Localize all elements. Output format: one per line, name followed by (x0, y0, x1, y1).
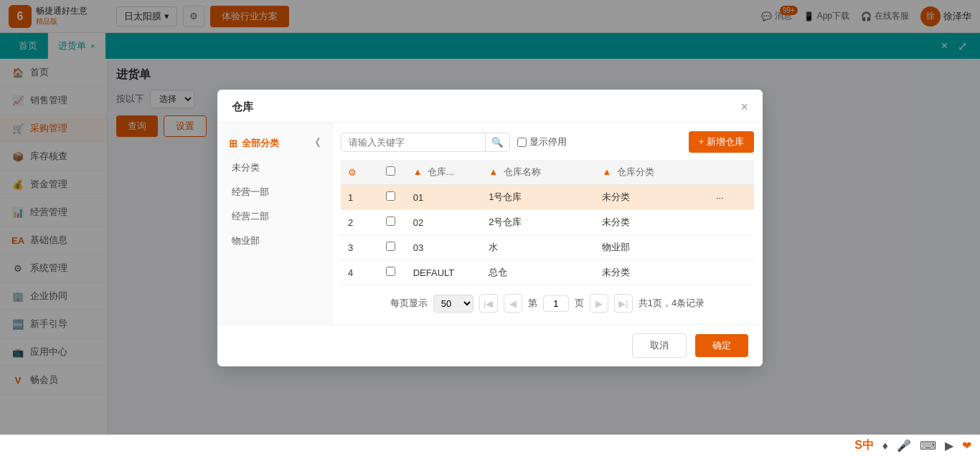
row-code: 01 (406, 185, 481, 210)
table-row[interactable]: 4 DEFAULT 总仓 未分类 (341, 260, 754, 285)
table-row[interactable]: 2 02 2号仓库 未分类 (341, 210, 754, 235)
th-code[interactable]: ▲ 仓库... (406, 160, 481, 185)
cat-item-2[interactable]: 经营二部 (217, 204, 331, 229)
modal-header: 仓库 × (217, 90, 763, 123)
row-num: 3 (341, 235, 379, 260)
show-disabled-checkbox[interactable] (517, 138, 527, 147)
confirm-btn[interactable]: 确定 (695, 334, 748, 357)
row-check[interactable] (379, 260, 406, 285)
row-check[interactable] (379, 235, 406, 260)
th-action (709, 160, 754, 185)
search-wrap: 🔍 (341, 133, 510, 152)
th-settings[interactable]: ⚙ (341, 160, 379, 185)
list-panel: 🔍 显示停用 + 新增仓库 ⚙ ▲ (332, 123, 763, 324)
row-num: 1 (341, 185, 379, 210)
search-input[interactable] (341, 133, 485, 151)
per-page-select[interactable]: 50 100 (433, 295, 473, 313)
cat-item-1[interactable]: 经营一部 (217, 180, 331, 204)
all-categories-btn[interactable]: ⊞ 全部分类 《 (217, 131, 331, 156)
modal-footer: 取消 确定 (217, 324, 763, 366)
row-check[interactable] (379, 210, 406, 235)
bottom-icon-heart[interactable]: ❤ (962, 439, 971, 452)
cat-item-0[interactable]: 未分类 (217, 156, 331, 180)
row-check[interactable] (379, 185, 406, 210)
show-disabled-label: 显示停用 (517, 136, 567, 148)
prev-page-btn[interactable]: ◀ (504, 294, 522, 313)
row-code: 03 (406, 235, 481, 260)
row-name: 1号仓库 (481, 185, 595, 210)
cancel-btn[interactable]: 取消 (632, 333, 687, 358)
select-all-checkbox[interactable] (386, 166, 395, 176)
row-num: 2 (341, 210, 379, 235)
modal-body: ⊞ 全部分类 《 未分类 经营一部 经营二部 物业部 (217, 123, 763, 324)
row-name: 2号仓库 (481, 210, 595, 235)
search-btn[interactable]: 🔍 (485, 133, 509, 151)
cat-item-3[interactable]: 物业部 (217, 229, 331, 253)
next-page-btn[interactable]: ▶ (590, 294, 608, 313)
bottom-icon-play[interactable]: ▶ (945, 439, 953, 452)
row-action[interactable]: ··· (709, 185, 754, 210)
bottom-icon-mic[interactable]: 🎤 (897, 439, 911, 452)
collapse-panel-btn[interactable]: 《 (310, 137, 320, 150)
warehouse-modal: 仓库 × ⊞ 全部分类 《 未分类 经营一部 经营二部 (217, 90, 763, 366)
th-checkbox[interactable] (379, 160, 406, 185)
last-page-btn[interactable]: ▶| (614, 294, 633, 313)
add-warehouse-btn[interactable]: + 新增仓库 (689, 131, 754, 153)
row-code: DEFAULT (406, 260, 481, 285)
first-page-btn[interactable]: |◀ (479, 294, 498, 313)
category-grid-icon: ⊞ (229, 138, 237, 149)
row-action[interactable] (709, 210, 754, 235)
row-category: 物业部 (595, 235, 708, 260)
bottom-icon-s[interactable]: S中 (854, 438, 874, 453)
table-row[interactable]: 3 03 水 物业部 (341, 235, 754, 260)
row-name: 水 (481, 235, 595, 260)
bottom-icon-diamond[interactable]: ♦ (882, 440, 888, 452)
pagination: 每页显示 50 100 |◀ ◀ 第 页 ▶ ▶| 共1页，4条记录 (341, 285, 754, 315)
bottom-bar: S中 ♦ 🎤 ⌨ ▶ ❤ (0, 434, 980, 456)
row-category: 未分类 (595, 210, 708, 235)
page-input[interactable] (543, 295, 569, 312)
row-category: 未分类 (595, 185, 708, 210)
list-toolbar: 🔍 显示停用 + 新增仓库 (341, 131, 754, 153)
warehouse-table: ⚙ ▲ 仓库... ▲ 仓库名称 ▲ (341, 160, 754, 285)
table-row[interactable]: 1 01 1号仓库 未分类 ··· (341, 185, 754, 210)
row-action[interactable] (709, 260, 754, 285)
row-name: 总仓 (481, 260, 595, 285)
modal-title: 仓库 (232, 100, 253, 114)
row-code: 02 (406, 210, 481, 235)
bottom-icon-keyboard[interactable]: ⌨ (920, 439, 936, 452)
modal-overlay: 仓库 × ⊞ 全部分类 《 未分类 经营一部 经营二部 (0, 0, 980, 456)
row-action[interactable] (709, 235, 754, 260)
category-panel: ⊞ 全部分类 《 未分类 经营一部 经营二部 物业部 (217, 123, 332, 324)
modal-close-btn[interactable]: × (740, 100, 748, 115)
th-name[interactable]: ▲ 仓库名称 (481, 160, 595, 185)
row-num: 4 (341, 260, 379, 285)
row-category: 未分类 (595, 260, 708, 285)
th-category[interactable]: ▲ 仓库分类 (595, 160, 708, 185)
